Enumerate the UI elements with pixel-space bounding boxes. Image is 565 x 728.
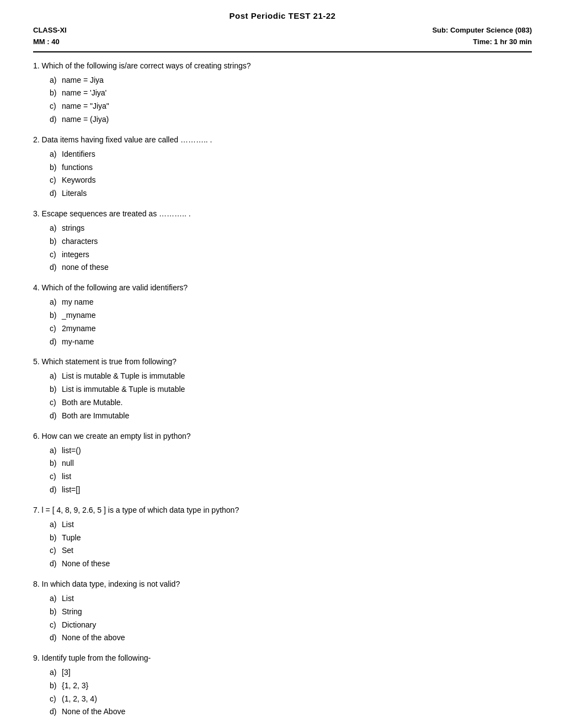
- option-label: c): [50, 544, 58, 557]
- option-text: list=(): [62, 444, 81, 458]
- question-6-text: 6. How can we create an empty list in py…: [33, 431, 532, 442]
- option-label: c): [50, 693, 58, 706]
- question-3-option-4: d)none of these: [50, 261, 532, 274]
- question-4-option-4: d)my-name: [50, 336, 532, 349]
- option-text: null: [62, 457, 74, 470]
- question-9: 9. Identify tuple from the following-a)[…: [33, 652, 532, 719]
- question-2-option-1: a)Identifiers: [50, 148, 532, 161]
- time-label: Time: 1 hr 30 min: [432, 36, 532, 48]
- question-3-options: a)stringsb)charactersc)integersd)none of…: [33, 222, 532, 274]
- option-label: c): [50, 174, 58, 187]
- option-label: c): [50, 100, 58, 113]
- question-1-options: a)name = Jiyab)name = 'Jiya'c)name = "Ji…: [33, 74, 532, 126]
- question-3-option-1: a)strings: [50, 222, 532, 235]
- option-text: name = (Jiya): [62, 113, 109, 126]
- option-text: None of the above: [62, 631, 125, 645]
- option-label: b): [50, 457, 58, 470]
- option-label: d): [50, 410, 58, 423]
- option-text: name = 'Jiya': [62, 87, 106, 100]
- option-text: String: [62, 605, 82, 619]
- question-5-option-2: b)List is immutable & Tuple is mutable: [50, 383, 532, 396]
- question-6-option-2: b)null: [50, 457, 532, 470]
- question-9-text: 9. Identify tuple from the following-: [33, 652, 532, 664]
- question-5-option-1: a)List is mutable & Tuple is immutable: [50, 370, 532, 383]
- question-9-option-2: b){1, 2, 3}: [50, 679, 532, 693]
- option-label: b): [50, 605, 58, 619]
- option-label: d): [50, 557, 58, 571]
- option-text: functions: [62, 161, 93, 174]
- option-label: d): [50, 705, 58, 719]
- question-3-option-2: b)characters: [50, 235, 532, 248]
- question-8-option-2: b)String: [50, 605, 532, 619]
- option-text: Both are Mutable.: [62, 396, 123, 410]
- option-label: d): [50, 113, 58, 126]
- option-text: Literals: [62, 187, 87, 200]
- option-label: c): [50, 619, 58, 632]
- question-8-option-4: d)None of the above: [50, 631, 532, 645]
- option-label: b): [50, 532, 58, 545]
- header-divider: [33, 51, 532, 52]
- question-5-option-3: c)Both are Mutable.: [50, 396, 532, 410]
- question-2-option-2: b)functions: [50, 161, 532, 174]
- option-label: a): [50, 222, 58, 235]
- question-7-options: a)Listb)Tuplec)Setd)None of these: [33, 518, 532, 571]
- option-text: None of the Above: [62, 705, 125, 719]
- option-label: a): [50, 666, 58, 679]
- question-1-option-1: a)name = Jiya: [50, 74, 532, 87]
- question-3-text: 3. Escape sequences are treated as ………..…: [33, 208, 532, 220]
- question-7-option-3: c)Set: [50, 544, 532, 557]
- question-3-option-3: c)integers: [50, 248, 532, 262]
- question-4-option-3: c)2myname: [50, 322, 532, 336]
- option-text: List is mutable & Tuple is immutable: [62, 370, 185, 383]
- question-5-text: 5. Which statement is true from followin…: [33, 356, 532, 368]
- option-text: (1, 2, 3, 4): [62, 693, 97, 706]
- question-1: 1. Which of the following is/are correct…: [33, 60, 532, 126]
- question-4-option-1: a)my name: [50, 296, 532, 309]
- option-label: a): [50, 444, 58, 458]
- question-8-options: a)Listb)Stringc)Dictionaryd)None of the …: [33, 592, 532, 645]
- question-2: 2. Data items having fixed value are cal…: [33, 134, 532, 200]
- option-text: [3]: [62, 666, 71, 679]
- option-text: name = Jiya: [62, 74, 104, 87]
- question-8: 8. In which data type, indexing is not v…: [33, 578, 532, 645]
- question-5: 5. Which statement is true from followin…: [33, 356, 532, 422]
- question-6-option-4: d)list=[]: [50, 483, 532, 497]
- question-1-option-3: c)name = "Jiya": [50, 100, 532, 113]
- questions-container: 1. Which of the following is/are correct…: [33, 60, 532, 719]
- option-label: b): [50, 235, 58, 248]
- question-6: 6. How can we create an empty list in py…: [33, 431, 532, 497]
- option-label: d): [50, 483, 58, 497]
- mm-label: MM : 40: [33, 36, 67, 48]
- question-2-options: a)Identifiersb)functionsc)Keywordsd)Lite…: [33, 148, 532, 200]
- class-label: CLASS-XI: [33, 25, 67, 36]
- option-text: _myname: [62, 309, 95, 322]
- question-7-option-1: a)List: [50, 518, 532, 532]
- question-7-option-2: b)Tuple: [50, 532, 532, 545]
- option-text: list: [62, 470, 71, 483]
- question-6-option-1: a)list=(): [50, 444, 532, 458]
- option-text: none of these: [62, 261, 109, 274]
- question-2-text: 2. Data items having fixed value are cal…: [33, 134, 532, 146]
- option-label: b): [50, 679, 58, 693]
- option-label: d): [50, 261, 58, 274]
- option-label: d): [50, 336, 58, 349]
- option-text: List: [62, 518, 74, 532]
- option-label: a): [50, 592, 58, 605]
- option-label: b): [50, 161, 58, 174]
- option-label: c): [50, 248, 58, 262]
- option-text: Both are Immutable: [62, 410, 129, 423]
- option-text: List: [62, 592, 74, 605]
- option-text: List is immutable & Tuple is mutable: [62, 383, 185, 396]
- option-label: a): [50, 74, 58, 87]
- header-right: Sub: Computer Science (083) Time: 1 hr 3…: [432, 25, 532, 48]
- option-text: 2myname: [62, 322, 95, 336]
- question-4: 4. Which of the following are valid iden…: [33, 282, 532, 348]
- option-label: a): [50, 518, 58, 532]
- question-9-option-3: c)(1, 2, 3, 4): [50, 693, 532, 706]
- option-text: Identifiers: [62, 148, 95, 161]
- option-label: d): [50, 631, 58, 645]
- option-text: Keywords: [62, 174, 95, 187]
- question-1-text: 1. Which of the following is/are correct…: [33, 60, 532, 72]
- question-3: 3. Escape sequences are treated as ………..…: [33, 208, 532, 274]
- question-2-option-4: d)Literals: [50, 187, 532, 200]
